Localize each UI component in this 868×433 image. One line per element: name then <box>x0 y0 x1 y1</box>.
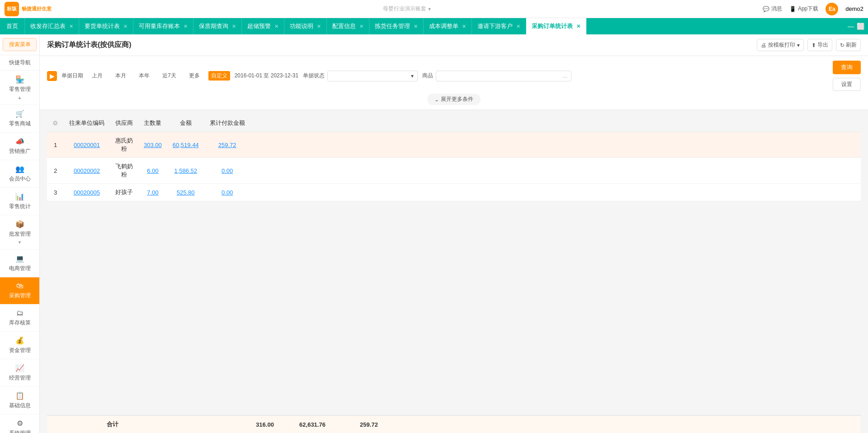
sidebar-item-基础信息[interactable]: 📋 基础信息 <box>0 387 39 414</box>
footer-amount: 62,631.76 <box>288 421 337 428</box>
system-icon: ⚙ <box>17 419 23 428</box>
status-filter-item: 单据状态 ▾ <box>303 71 418 81</box>
date-this-month-button[interactable]: 本月 <box>111 70 130 81</box>
status-select[interactable]: ▾ <box>327 71 418 81</box>
action-buttons: 查询 设置 <box>833 61 861 91</box>
sidebar-item-会员中心[interactable]: 👥 会员中心 <box>0 160 39 188</box>
amount-link[interactable]: 525.80 <box>177 189 195 196</box>
app-download-button[interactable]: 📱 App下载 <box>789 5 818 13</box>
table-row: 1 00020001 惠氏奶粉 303.00 60,519.44 259.72 <box>47 132 861 158</box>
print-arrow-icon: ▾ <box>797 42 800 48</box>
goods-more-icon: ... <box>563 73 567 79</box>
sidebar-item-营销推广[interactable]: 📣 营销推广 <box>0 133 39 160</box>
username-label: demo2 <box>845 5 863 12</box>
footer-qty: 316.00 <box>242 421 288 428</box>
row-amount: 60,519.44 <box>167 132 204 158</box>
tab-拣货任务管理[interactable]: 拣货任务管理 ✕ <box>369 18 424 34</box>
close-icon[interactable]: ✕ <box>414 24 418 29</box>
print-button[interactable]: 🖨 按模板打印 ▾ <box>757 39 804 51</box>
col-settings: ⚙ <box>47 114 64 132</box>
top-bar: 标版 畅捷通好生意 母婴行业演示账套 ▾ 💬 消息 📱 App下载 Ea dem… <box>0 0 868 18</box>
amount-link[interactable]: 1,586.52 <box>174 167 197 174</box>
close-icon[interactable]: ✕ <box>516 24 520 29</box>
tab-收发存汇总表[interactable]: 收发存汇总表 ✕ <box>25 18 79 34</box>
quick-nav-button[interactable]: 快捷导航 <box>0 55 39 71</box>
tab-采购订单统计表[interactable]: 采购订单统计表 ✕ <box>526 18 586 34</box>
col-extra <box>250 114 861 132</box>
paid-link[interactable]: 0.00 <box>222 189 233 196</box>
date-custom-tag[interactable]: 自定义 <box>208 71 230 81</box>
refresh-button[interactable]: ↻ 刷新 <box>836 39 861 51</box>
close-icon[interactable]: ✕ <box>274 24 278 29</box>
goods-filter-label: 商品 <box>422 72 433 80</box>
code-link[interactable]: 00020005 <box>74 189 100 196</box>
sidebar-item-采购管理[interactable]: 🛍 采购管理 <box>0 277 39 305</box>
logo-text: 畅捷通好生意 <box>22 6 52 12</box>
col-paid: 累计付款金额 <box>204 114 250 132</box>
footer-label: 合计 <box>71 420 242 428</box>
col-code: 往来单位编码 <box>64 114 110 132</box>
amount-link[interactable]: 60,519.44 <box>173 142 199 148</box>
date-last-month-button[interactable]: 上月 <box>88 70 107 81</box>
close-icon[interactable]: ✕ <box>123 24 127 29</box>
sidebar-item-经营管理[interactable]: 📈 经营管理 <box>0 359 39 387</box>
col-settings-icon[interactable]: ⚙ <box>52 119 58 127</box>
nav-tabs: 首页 收发存汇总表 ✕ 要货单统计表 ✕ 可用量库存账本 ✕ 保质期查询 ✕ 超… <box>0 18 868 34</box>
settings-button[interactable]: 设置 <box>833 78 861 91</box>
sidebar-item-零售统计[interactable]: 📊 零售统计 <box>0 188 39 215</box>
sidebar-item-零售商城[interactable]: 🛒 零售商城 <box>0 105 39 133</box>
code-link[interactable]: 00020001 <box>74 142 100 148</box>
qty-link[interactable]: 7.00 <box>147 189 158 196</box>
close-icon[interactable]: ✕ <box>462 24 466 29</box>
sidebar-item-零售管理[interactable]: 🏪 零售管理 ▲ <box>0 71 39 105</box>
tab-可用量库存账本[interactable]: 可用量库存账本 ✕ <box>133 18 193 34</box>
nav-minimize-icon[interactable]: — <box>848 23 854 30</box>
date-this-year-button[interactable]: 本年 <box>135 70 154 81</box>
tab-邀请下游客户[interactable]: 邀请下游客户 ✕ <box>472 18 526 34</box>
table-header-row: ⚙ 往来单位编码 供应商 主数量 金额 累计付款金额 <box>47 114 861 132</box>
row-extra <box>250 132 861 158</box>
qty-link[interactable]: 6.00 <box>147 167 158 174</box>
filter-toggle-button[interactable]: ▶ <box>47 71 57 81</box>
tab-成本调整单[interactable]: 成本调整单 ✕ <box>424 18 472 34</box>
code-link[interactable]: 00020002 <box>74 167 100 174</box>
content-area: 采购订单统计表(按供应商) 🖨 按模板打印 ▾ ⬆ 导出 ↻ 刷新 <box>40 34 868 433</box>
paid-link[interactable]: 0.00 <box>222 167 233 174</box>
sidebar-item-资金管理[interactable]: 💰 资金管理 <box>0 332 39 359</box>
message-button[interactable]: 💬 消息 <box>763 5 782 13</box>
close-icon[interactable]: ✕ <box>69 24 73 29</box>
date-more-button[interactable]: 更多 <box>185 70 204 81</box>
avatar[interactable]: Ea <box>826 3 838 15</box>
goods-input[interactable]: ... <box>436 71 571 81</box>
nav-maximize-icon[interactable]: ⬜ <box>857 23 864 30</box>
sidebar-item-库存核算[interactable]: 🗂 库存核算 <box>0 305 39 332</box>
search-menu-button[interactable]: 搜索菜单 <box>3 38 37 51</box>
paid-link[interactable]: 259.72 <box>218 142 236 148</box>
close-icon[interactable]: ✕ <box>184 24 188 29</box>
tab-要货单统计表[interactable]: 要货单统计表 ✕ <box>79 18 133 34</box>
retail-mall-icon: 🛒 <box>15 109 24 118</box>
tab-保质期查询[interactable]: 保质期查询 ✕ <box>193 18 242 34</box>
tab-功能说明[interactable]: 功能说明 ✕ <box>284 18 327 34</box>
status-arrow-icon: ▾ <box>411 73 414 79</box>
tab-超储预警[interactable]: 超储预警 ✕ <box>242 18 284 34</box>
expand-more-button[interactable]: ⌄ 展开更多条件 <box>427 94 481 105</box>
qty-link[interactable]: 303.00 <box>144 142 162 148</box>
tab-home[interactable]: 首页 <box>0 18 25 34</box>
close-icon[interactable]: ✕ <box>232 24 236 29</box>
close-icon[interactable]: ✕ <box>359 24 363 29</box>
top-right-area: 💬 消息 📱 App下载 Ea demo2 <box>763 3 863 15</box>
sidebar-item-批发管理[interactable]: 📦 批发管理 ▼ <box>0 215 39 250</box>
tab-配置信息[interactable]: 配置信息 ✕ <box>327 18 369 34</box>
export-button[interactable]: ⬆ 导出 <box>807 39 832 51</box>
workspace-select[interactable]: 母婴行业演示账套 ▾ <box>383 5 431 13</box>
close-icon[interactable]: ✕ <box>576 24 580 29</box>
query-button[interactable]: 查询 <box>833 61 861 74</box>
row-extra <box>250 158 861 184</box>
sidebar-item-系统管理[interactable]: ⚙ 系统管理 <box>0 414 39 433</box>
date-7days-button[interactable]: 近7天 <box>158 70 180 81</box>
close-icon[interactable]: ✕ <box>317 24 321 29</box>
sidebar-item-电商管理[interactable]: 💻 电商管理 <box>0 250 39 277</box>
operations-icon: 📈 <box>15 364 24 372</box>
row-code: 00020002 <box>64 158 110 184</box>
